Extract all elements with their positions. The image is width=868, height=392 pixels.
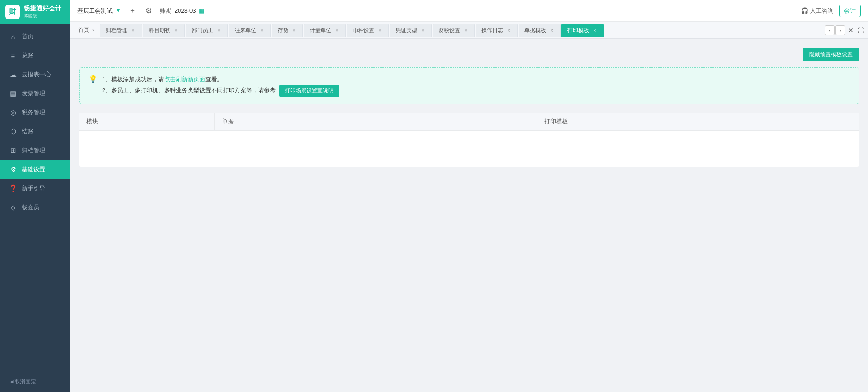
notice-row: 💡 1、模板添加成功后，请点击刷新新页面查看。 2、多员工、多打印机、多种业务类… (89, 74, 849, 97)
tab-close-finance[interactable]: × (462, 27, 469, 33)
hide-template-section: 隐藏预置模板设置 (79, 48, 859, 61)
notice-text: 1、模板添加成功后，请点击刷新新页面查看。 2、多员工、多打印机、多种业务类型设… (102, 74, 339, 97)
sidebar: 财 畅捷通好会计 体验版 ⌂首页≡总账☁云报表中心▤发票管理◎税务管理⬡结账⊞归… (0, 0, 70, 392)
print-guide-button[interactable]: 打印场景设置宣说明 (279, 85, 339, 97)
col-template: 打印模板 (537, 113, 859, 130)
tab-label-archive: 归档管理 (106, 27, 127, 34)
sidebar-item-guide[interactable]: ❓新手引导 (0, 179, 70, 198)
sidebar-icon-ledger: ≡ (9, 52, 17, 60)
tab-unit[interactable]: 计量单位× (304, 24, 346, 37)
tab-label-print: 打印模板 (567, 27, 589, 34)
unpin-button[interactable]: ◄取消固定 (0, 372, 70, 392)
topbar: 基层工会测试 ▼ ＋ ⚙ 账期 2023-03 ▦ 🎧 人工咨询 会计 (70, 0, 868, 22)
sidebar-item-archive[interactable]: ⊞归档管理 (0, 141, 70, 160)
tab-close-currency[interactable]: × (377, 27, 383, 33)
tab-currency[interactable]: 币种设置× (347, 24, 389, 37)
tab-partner[interactable]: 往来单位× (229, 24, 271, 37)
table-header: 模块 单据 打印模板 (79, 113, 859, 131)
sidebar-icon-member: ◇ (9, 203, 17, 212)
sidebar-item-member[interactable]: ◇畅会员 (0, 198, 70, 217)
tab-close-print[interactable]: × (591, 27, 598, 33)
tab-home[interactable]: 首页› (73, 24, 99, 37)
sidebar-item-reports[interactable]: ☁云报表中心 (0, 65, 70, 84)
sidebar-item-closing[interactable]: ⬡结账 (0, 122, 70, 141)
close-all-tabs-button[interactable]: ✕ (846, 26, 855, 35)
sidebar-label-guide: 新手引导 (22, 184, 45, 193)
tab-voucher[interactable]: 凭证类型× (390, 24, 432, 37)
sidebar-nav: ⌂首页≡总账☁云报表中心▤发票管理◎税务管理⬡结账⊞归档管理⚙基础设置❓新手引导… (0, 24, 70, 372)
notice-line1-post: 查看。 (205, 76, 223, 83)
sidebar-label-archive: 归档管理 (22, 146, 45, 155)
logo-icon: 财 (5, 5, 20, 19)
tab-close-subject[interactable]: × (173, 27, 179, 33)
sidebar-item-invoice[interactable]: ▤发票管理 (0, 84, 70, 103)
sidebar-icon-invoice: ▤ (9, 90, 17, 98)
tab-close-oplog[interactable]: × (505, 27, 512, 33)
sidebar-label-reports: 云报表中心 (22, 71, 51, 79)
tab-archive[interactable]: 归档管理× (100, 24, 142, 37)
bulb-icon: 💡 (89, 75, 98, 83)
tab-label-unit: 计量单位 (310, 27, 331, 34)
notice-box: 💡 1、模板添加成功后，请点击刷新新页面查看。 2、多员工、多打印机、多种业务类… (79, 67, 859, 104)
refresh-link[interactable]: 点击刷新新页面 (164, 76, 205, 83)
kuaiji-button[interactable]: 会计 (839, 5, 861, 17)
period-value: 2023-03 (175, 7, 196, 14)
sidebar-item-ledger[interactable]: ≡总账 (0, 46, 70, 65)
tab-label-finance: 财税设置 (439, 27, 460, 34)
tab-dept[interactable]: 部门员工× (186, 24, 228, 37)
tab-close-dept[interactable]: × (216, 27, 222, 33)
sidebar-icon-archive: ⊞ (9, 146, 17, 155)
tab-prev-button[interactable]: ‹ (825, 25, 835, 35)
tab-subject[interactable]: 科目期初× (143, 24, 185, 37)
tab-close-receipt[interactable]: × (548, 27, 555, 33)
sidebar-label-home: 首页 (22, 33, 33, 41)
sidebar-icon-guide: ❓ (9, 184, 17, 193)
settings-button[interactable]: ⚙ (143, 5, 155, 17)
tab-oplog[interactable]: 操作日志× (476, 24, 518, 37)
sidebar-icon-home: ⌂ (9, 33, 17, 41)
sidebar-item-basic[interactable]: ⚙基础设置 (0, 160, 70, 179)
tab-label-currency: 币种设置 (353, 27, 374, 34)
col-receipt: 单据 (215, 113, 537, 130)
hide-template-button[interactable]: 隐藏预置模板设置 (803, 48, 859, 61)
sidebar-icon-closing: ⬡ (9, 128, 17, 136)
sidebar-label-basic: 基础设置 (22, 165, 45, 174)
period-label: 账期 (160, 7, 172, 15)
tab-label-dept: 部门员工 (192, 27, 213, 34)
tab-label-partner: 往来单位 (235, 27, 256, 34)
tab-finance[interactable]: 财税设置× (433, 24, 475, 37)
tabbar: 首页›归档管理×科目期初×部门员工×往来单位×存货×计量单位×币种设置×凭证类型… (70, 22, 868, 39)
topbar-right: 🎧 人工咨询 会计 (801, 5, 861, 17)
expand-button[interactable]: ⛶ (856, 26, 865, 35)
sidebar-label-tax: 税务管理 (22, 109, 45, 117)
tab-next-button[interactable]: › (835, 25, 845, 35)
tab-close-inventory[interactable]: × (291, 27, 297, 33)
add-tab-button[interactable]: ＋ (127, 5, 138, 17)
help-button[interactable]: 🎧 人工咨询 (801, 7, 834, 15)
tab-close-unit[interactable]: × (334, 27, 340, 33)
sidebar-item-tax[interactable]: ◎税务管理 (0, 103, 70, 122)
tab-label-oplog: 操作日志 (481, 27, 503, 34)
tab-print[interactable]: 打印模板× (561, 24, 604, 37)
sidebar-icon-tax: ◎ (9, 109, 17, 117)
period-selector: 账期 2023-03 ▦ (160, 7, 204, 15)
tab-close-archive[interactable]: × (130, 27, 136, 33)
calendar-icon[interactable]: ▦ (199, 7, 204, 14)
tabbar-nav: ‹ › ✕ ⛶ (825, 25, 865, 35)
sidebar-item-home[interactable]: ⌂首页 (0, 27, 70, 46)
sidebar-label-invoice: 发票管理 (22, 90, 45, 98)
tab-close-voucher[interactable]: × (420, 27, 426, 33)
tab-close-partner[interactable]: × (259, 27, 265, 33)
tab-receipt[interactable]: 单据模板× (519, 24, 561, 37)
logo-sub: 体验版 (24, 13, 61, 19)
col-module: 模块 (79, 113, 215, 130)
tab-inventory[interactable]: 存货× (272, 24, 303, 37)
logo-text: 畅捷通好会计 体验版 (24, 5, 61, 19)
tab-label-inventory: 存货 (278, 27, 288, 34)
main-area: 基层工会测试 ▼ ＋ ⚙ 账期 2023-03 ▦ 🎧 人工咨询 会计 首页›归… (70, 0, 868, 392)
dropdown-icon: ▼ (115, 7, 121, 14)
sidebar-label-member: 畅会员 (22, 203, 39, 212)
sidebar-icon-basic: ⚙ (9, 165, 17, 174)
tab-label-voucher: 凭证类型 (396, 27, 417, 34)
company-selector[interactable]: 基层工会测试 ▼ (77, 7, 121, 15)
